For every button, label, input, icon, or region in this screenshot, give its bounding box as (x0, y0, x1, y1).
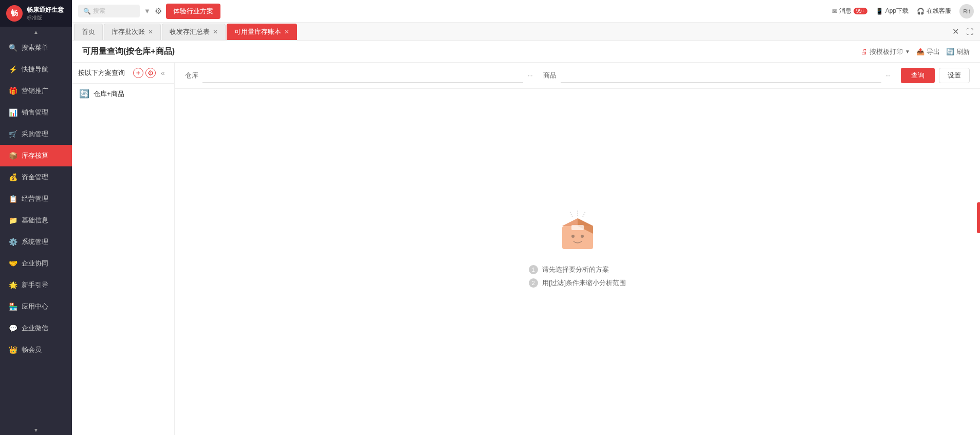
gear-icon[interactable]: ⚙ (155, 6, 162, 16)
base-icon: 📁 (8, 216, 17, 225)
sidebar-item-wechat[interactable]: 💬 企业微信 (0, 317, 72, 339)
warehouse-product-item[interactable]: 🔄 仓库+商品 (72, 84, 174, 104)
tip-text-2: 用[过滤]条件来缩小分析范围 (542, 278, 626, 288)
tabbar-expand-btn[interactable]: ⛶ (964, 26, 976, 38)
mobile-icon: 📱 (876, 8, 883, 15)
left-panel: 按以下方案查询 ＋ ⚙ « 🔄 仓库+商品 (72, 63, 175, 435)
sidebar-item-label-search: 搜索菜单 (22, 43, 48, 52)
page-header: 可用量查询(按仓库+商品) 🖨 按模板打印 ▼ 📤 导出 🔄 刷新 (72, 41, 980, 63)
tab-receipt_summary[interactable]: 收发存汇总表✕ (162, 24, 226, 40)
marketing-icon: 🎁 (8, 86, 17, 96)
sales-icon: 📊 (8, 108, 17, 117)
tabbar-close-all-btn[interactable]: ✕ (949, 26, 961, 38)
sidebar-item-search[interactable]: 🔍 搜索菜单 (0, 37, 72, 59)
sidebar-item-sales[interactable]: 📊 销售管理 (0, 102, 72, 123)
tab-label-available_ledger: 可用量库存账本 (234, 27, 281, 36)
dropdown-icon[interactable]: ▼ (144, 7, 151, 15)
refresh-icon: 🔄 (946, 48, 954, 55)
trial-btn[interactable]: 体验行业方案 (166, 4, 220, 19)
product-filter-input[interactable] (561, 68, 881, 83)
warehouse-icon: 🔄 (79, 89, 89, 99)
warehouse-filter-input[interactable] (202, 68, 523, 83)
user-avatar[interactable]: Rit (959, 4, 974, 18)
message-badge: 99+ (854, 8, 867, 14)
empty-tips: 1 请先选择要分析的方案 2 用[过滤]条件来缩小分析范围 (529, 265, 626, 288)
sidebar-title: 畅康通好生意 (27, 6, 64, 14)
sidebar-item-base[interactable]: 📁 基础信息 (0, 210, 72, 231)
content-area: 按以下方案查询 ＋ ⚙ « 🔄 仓库+商品 仓库 ··· (72, 63, 980, 435)
empty-tip-1: 1 请先选择要分析的方案 (529, 265, 626, 274)
finance-icon: 💰 (8, 173, 17, 182)
product-more-btn[interactable]: ··· (885, 72, 891, 79)
sidebar-item-label-operation: 经营管理 (22, 194, 48, 203)
manage-scheme-btn[interactable]: ⚙ (145, 68, 156, 78)
left-panel-actions: ＋ ⚙ « (133, 68, 168, 78)
sidebar-item-purchase[interactable]: 🛒 采购管理 (0, 123, 72, 145)
sidebar-item-label-shortcut: 快捷导航 (22, 65, 48, 74)
refresh-btn[interactable]: 🔄 刷新 (946, 47, 970, 56)
page-title: 可用量查询(按仓库+商品) (82, 46, 175, 57)
app-download-label: App下载 (885, 7, 909, 15)
sidebar-scroll-down[interactable]: ▼ (0, 425, 72, 435)
right-edge-handle[interactable] (977, 202, 980, 233)
tab-label-batch_account: 库存批次账 (112, 27, 145, 36)
sidebar-subtitle: 标准版 (27, 14, 64, 22)
tab-close-receipt_summary[interactable]: ✕ (213, 29, 218, 35)
sidebar-item-label-newbie: 新手引导 (22, 280, 48, 290)
sidebar-item-label-appstore: 应用中心 (22, 302, 48, 311)
sidebar-item-inventory[interactable]: 📦 库存核算 (0, 145, 72, 166)
sidebar-item-shortcut[interactable]: ⚡ 快捷导航 (0, 59, 72, 80)
tab-close-available_ledger[interactable]: ✕ (284, 29, 289, 35)
sidebar-item-enterprise[interactable]: 🤝 企业协同 (0, 253, 72, 274)
wechat-icon: 💬 (8, 324, 17, 333)
app-download-btn[interactable]: 📱 App下载 (876, 7, 909, 15)
newbie-icon: 🌟 (8, 280, 17, 290)
system-icon: ⚙️ (8, 237, 17, 247)
tab-close-batch_account[interactable]: ✕ (148, 29, 153, 35)
tab-home[interactable]: 首页 (74, 24, 103, 40)
sidebar-item-label-purchase: 采购管理 (22, 129, 48, 139)
filter-actions: 查询 设置 (901, 68, 970, 83)
right-content: 仓库 ··· 商品 ··· 查询 设置 (175, 63, 980, 435)
sidebar-item-newbie[interactable]: 🌟 新手引导 (0, 274, 72, 296)
message-label: 消息 (839, 7, 852, 15)
sidebar-item-marketing[interactable]: 🎁 营销推广 (0, 80, 72, 102)
export-label: 导出 (927, 47, 940, 56)
sidebar-item-member[interactable]: 👑 畅会员 (0, 339, 72, 361)
tab-available_ledger[interactable]: 可用量库存账本✕ (227, 24, 297, 40)
sidebar-item-label-marketing: 营销推广 (22, 86, 48, 96)
tabbar: 首页库存批次账✕收发存汇总表✕可用量库存账本✕ ✕ ⛶ (72, 23, 980, 41)
query-btn[interactable]: 查询 (901, 68, 935, 83)
tip-num-2: 2 (529, 278, 538, 288)
appstore-icon: 🏪 (8, 302, 17, 311)
collapse-panel-btn[interactable]: « (158, 68, 168, 78)
tab-batch_account[interactable]: 库存批次账✕ (104, 24, 161, 40)
print-dropdown-icon[interactable]: ▼ (905, 49, 910, 54)
product-filter-field: 商品 ··· (543, 68, 891, 83)
sidebar-item-operation[interactable]: 📋 经营管理 (0, 188, 72, 210)
refresh-label: 刷新 (956, 47, 970, 56)
empty-state: 1 请先选择要分析的方案 2 用[过滤]条件来缩小分析范围 (175, 89, 980, 435)
sidebar-item-finance[interactable]: 💰 资金管理 (0, 166, 72, 188)
sidebar-header[interactable]: 畅 畅康通好生意 标准版 (0, 0, 72, 27)
message-btn[interactable]: ✉ 消息 99+ (832, 7, 867, 15)
filter-row: 仓库 ··· 商品 ··· 查询 设置 (175, 63, 980, 89)
sidebar-item-system[interactable]: ⚙️ 系统管理 (0, 231, 72, 253)
add-scheme-btn[interactable]: ＋ (133, 68, 143, 78)
left-panel-header: 按以下方案查询 ＋ ⚙ « (72, 63, 174, 84)
svg-rect-3 (571, 225, 584, 230)
template-print-btn[interactable]: 🖨 按模板打印 ▼ (861, 47, 910, 56)
setting-btn[interactable]: 设置 (939, 68, 970, 83)
sidebar-item-appstore[interactable]: 🏪 应用中心 (0, 296, 72, 317)
page-header-actions: 🖨 按模板打印 ▼ 📤 导出 🔄 刷新 (861, 47, 970, 56)
topbar-search[interactable]: 🔍 搜索 (78, 5, 140, 17)
purchase-icon: 🛒 (8, 129, 17, 139)
topbar: 🔍 搜索 ▼ ⚙ 体验行业方案 ✉ 消息 99+ 📱 App下载 🎧 在线客服 … (72, 0, 980, 23)
export-btn[interactable]: 📤 导出 (916, 47, 940, 56)
tab-label-home: 首页 (82, 27, 95, 36)
warehouse-more-btn[interactable]: ··· (527, 72, 532, 79)
tabbar-controls: ✕ ⛶ (949, 26, 978, 38)
warehouse-filter-field: 仓库 ··· (185, 68, 533, 83)
customer-service-btn[interactable]: 🎧 在线客服 (917, 7, 951, 15)
sidebar-scroll-up[interactable]: ▲ (0, 27, 72, 37)
